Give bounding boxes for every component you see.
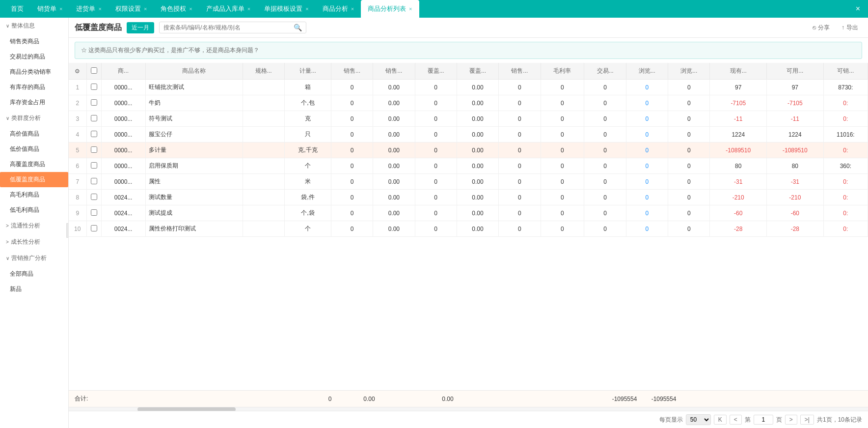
sidebar-item-low-coverage[interactable]: 低覆盖度商品 [0,172,68,187]
select-all-checkbox[interactable] [91,67,97,74]
nav-product-analysis[interactable]: 商品分析 × [316,0,361,18]
row-browse1[interactable]: 0 [626,143,668,158]
row-stock2: 80 [767,158,824,174]
row-checkbox[interactable] [86,143,101,158]
row-browse1[interactable]: 0 [626,221,668,237]
col-sales-amt-header[interactable]: 销售... [373,63,415,80]
nav-home[interactable]: 首页 [4,0,30,18]
row-browse1[interactable]: 0 [626,158,668,174]
nav-product-analysis-list-close[interactable]: × [409,0,412,18]
export-button[interactable]: ↑ 导出 [838,22,862,33]
first-page-button[interactable]: K [714,415,727,425]
col-sales-qty-header[interactable]: 销售... [331,63,373,80]
row-checkbox[interactable] [86,158,101,174]
share-button[interactable]: ⎋ 分享 [809,22,834,33]
row-code: 0000... [101,95,145,111]
sidebar-item-high-margin[interactable]: 高毛利商品 [0,187,68,202]
date-filter-button[interactable]: 近一月 [127,22,154,33]
col-stock2-header[interactable]: 可用... [767,63,824,80]
col-stock3-header[interactable]: 可销... [823,63,868,80]
row-margin: 0 [541,174,584,190]
search-icon[interactable]: 🔍 [294,24,302,31]
sidebar-item-new-goods[interactable]: 新品 [0,282,68,297]
sidebar-item-stocked-goods[interactable]: 有库存的商品 [0,80,68,95]
row-cover2: 0.00 [457,80,498,95]
col-browse2-header[interactable]: 浏览... [668,63,710,80]
row-checkbox[interactable] [86,174,101,190]
table-container[interactable]: ⚙ 商... 商品名称 规格... 计量... 销售... 销售... 覆盖..… [69,63,868,390]
col-trade-header[interactable]: 交易... [584,63,626,80]
col-margin-header[interactable]: 毛利率 [541,63,584,80]
row-browse1[interactable]: 0 [626,205,668,221]
nav-role-close[interactable]: × [189,0,192,18]
page-number-input[interactable] [754,415,773,425]
nav-product-analysis-list[interactable]: 商品分析列表 × [361,0,419,18]
row-checkbox[interactable] [86,190,101,205]
sidebar-section-overall[interactable]: ∨ 整体信息 [0,18,68,34]
row-spec [243,190,284,205]
sidebar-item-all-goods[interactable]: 全部商品 [0,266,68,282]
nav-permission[interactable]: 权限设置 × [108,0,154,18]
col-cover2-header[interactable]: 覆盖... [457,63,498,80]
sidebar-section-growth[interactable]: > 成长性分析 [0,234,68,250]
col-cover1-header[interactable]: 覆盖... [415,63,457,80]
col-spec-header[interactable]: 规格... [243,63,284,80]
sidebar-section-marketing[interactable]: ∨ 营销推广分析 [0,250,68,266]
sidebar-item-low-margin[interactable]: 低毛利商品 [0,202,68,218]
nav-permission-close[interactable]: × [144,0,147,18]
row-browse1[interactable]: 0 [626,127,668,143]
sidebar-item-sales-goods[interactable]: 销售类商品 [0,34,68,49]
col-stock1-header[interactable]: 现有... [710,63,767,80]
col-code-header[interactable]: 商... [101,63,145,80]
last-page-button[interactable]: >| [800,415,814,425]
row-margin: 0 [541,127,584,143]
nav-template[interactable]: 单据模板设置 × [257,0,315,18]
sidebar-section-group[interactable]: ∨ 类群度分析 [0,110,68,126]
per-page-select[interactable]: 50 20 100 200 [686,414,711,425]
sidebar-item-traded-goods[interactable]: 交易过的商品 [0,49,68,64]
row-checkbox[interactable] [86,111,101,127]
row-browse1[interactable]: 0 [626,190,668,205]
row-checkbox[interactable] [86,80,101,95]
nav-sales[interactable]: 销货单 × [30,0,69,18]
sidebar-item-high-value[interactable]: 高价值商品 [0,126,68,142]
nav-template-close[interactable]: × [305,0,308,18]
summary-spacer2 [389,396,428,402]
row-checkbox[interactable] [86,127,101,143]
row-browse1[interactable]: 0 [626,80,668,95]
nav-product-storage-close[interactable]: × [247,0,250,18]
sidebar-item-high-coverage[interactable]: 高覆盖度商品 [0,157,68,172]
window-close[interactable]: × [852,4,864,13]
sidebar-section-flow[interactable]: > 流通性分析 [0,218,68,234]
nav-sales-close[interactable]: × [59,0,62,18]
nav-product-storage[interactable]: 产成品入库单 × [199,0,257,18]
nav-purchase-close[interactable]: × [98,0,101,18]
col-browse1-header[interactable]: 浏览... [626,63,668,80]
row-checkbox[interactable] [86,221,101,237]
row-browse1[interactable]: 0 [626,95,668,111]
row-sales-amt: 0.00 [373,158,415,174]
col-settings[interactable]: ⚙ [69,63,86,80]
prev-page-button[interactable]: < [730,415,742,425]
sidebar-collapse-button[interactable]: « [66,223,69,238]
row-num: 9 [69,205,86,221]
row-checkbox[interactable] [86,95,101,111]
row-stock3: 0: [823,174,868,190]
col-name-header[interactable]: 商品名称 [145,63,243,80]
sidebar-item-low-value[interactable]: 低价值商品 [0,142,68,157]
settings-icon[interactable]: ⚙ [75,68,80,75]
sidebar-item-stock-capital[interactable]: 库存资金占用 [0,95,68,110]
nav-product-analysis-close[interactable]: × [351,0,354,18]
row-browse1[interactable]: 0 [626,111,668,127]
sidebar-item-category-rate[interactable]: 商品分类动销率 [0,64,68,80]
row-stock1: -28 [710,221,767,237]
col-sales3-header[interactable]: 销售... [499,63,541,80]
col-unit-header[interactable]: 计量... [284,63,331,80]
nav-purchase[interactable]: 进货单 × [69,0,108,18]
search-input[interactable] [163,24,294,31]
next-page-button[interactable]: > [785,415,797,425]
row-browse1[interactable]: 0 [626,174,668,190]
horizontal-scrollbar[interactable] [69,407,868,411]
row-checkbox[interactable] [86,205,101,221]
nav-role[interactable]: 角色授权 × [154,0,199,18]
